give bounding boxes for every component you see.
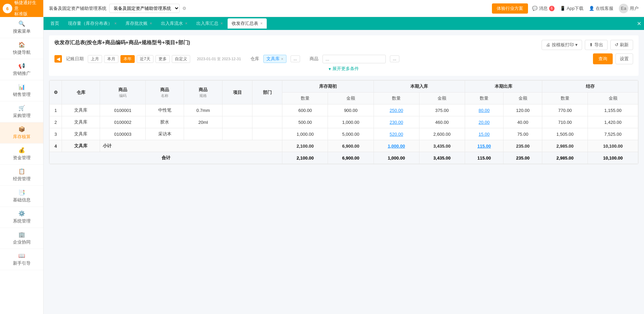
tab-close-collect-summary[interactable]: × [260, 21, 263, 26]
basic-icon: 📑 [18, 189, 25, 196]
date-label: 记账日期 [66, 56, 84, 62]
cell-opening-amt: 900.00 [328, 104, 374, 116]
operation-icon: 📋 [18, 168, 25, 175]
date-btn-this-month[interactable]: 本月 [104, 55, 118, 63]
sidebar-item-system[interactable]: ⚙️ 系统管理 [0, 207, 43, 228]
sidebar-item-inventory[interactable]: 📦 库存核算 [0, 122, 43, 144]
settings-icon[interactable]: ⚙ [182, 6, 186, 11]
tab-close-batch[interactable]: × [150, 21, 152, 26]
sidebar-item-quick[interactable]: 🏠 快捷导航 [0, 38, 43, 59]
cell-balance-qty: 1,505.00 [542, 128, 588, 140]
cell-warehouse: 文具库 [62, 116, 100, 128]
date-btn-last-month[interactable]: 上月 [88, 55, 102, 63]
page-content: 收发存汇总表(按仓库+商品编码+商品+规格型号+项目+部门) 🖨 按模板打印 ▾… [44, 30, 644, 314]
cell-goods-spec: 20ml [184, 116, 222, 128]
goods-input[interactable] [323, 55, 386, 63]
cell-opening-qty: 1,000.00 [282, 128, 328, 140]
print-button[interactable]: 🖨 按模板打印 ▾ [542, 40, 582, 50]
col-opening-amt: 金额 [328, 93, 374, 104]
cell-warehouse: 文具库 [62, 128, 100, 140]
date-options: 上月 本月 本年 近7天 更多 自定义 [88, 55, 190, 63]
cell-balance-amt: 7,525.00 [588, 128, 638, 140]
date-range-display: 2023-01-01 至 2023-12-31 [197, 56, 241, 62]
logo-icon: 6 [3, 4, 12, 13]
date-btn-custom[interactable]: 自定义 [172, 55, 190, 63]
sidebar-item-search[interactable]: 🔍 搜索菜单 [0, 17, 43, 38]
cell-out-qty[interactable]: 15.00 [465, 128, 503, 140]
col-out: 本期出库 [465, 81, 542, 93]
cell-balance-amt: 1,420.00 [588, 116, 638, 128]
tab-inout-summary[interactable]: 出入库汇总 × [192, 18, 227, 29]
page-header: 收发存汇总表(按仓库+商品编码+商品+规格型号+项目+部门) 🖨 按模板打印 ▾… [49, 35, 639, 76]
tab-collect-summary[interactable]: 收发存汇总表 × [228, 18, 267, 29]
warehouse-tag: 文具库 × [263, 55, 286, 63]
warehouse-label: 仓库 [250, 56, 259, 62]
cell-project [222, 128, 252, 140]
cell-department [252, 116, 282, 128]
cell-in-amt: 460.00 [419, 116, 465, 128]
sidebar: 6 畅捷通好生意 标准版 🔍 搜索菜单 🏠 快捷导航 📢 营销推广 📊 销售管理… [0, 0, 44, 314]
cell-in-qty[interactable]: 520.00 [374, 128, 419, 140]
warehouse-tag-close[interactable]: × [281, 57, 283, 61]
col-balance: 结存 [542, 81, 638, 93]
subtotal-row: 4 文具库 小计 2,100.00 6,900.00 1,000.00 3,43… [50, 140, 638, 152]
cell-goods-code: 0100003 [100, 128, 146, 140]
tab-home[interactable]: 首页 [46, 18, 63, 29]
tab-inout-flow[interactable]: 出入库流水 × [157, 18, 192, 29]
cell-department [252, 104, 282, 116]
tab-stock-dist[interactable]: 现存量（库存分布表） × [64, 18, 121, 29]
cell-goods-spec: 0.7mm [184, 104, 222, 116]
sidebar-item-enterprise[interactable]: 🏢 企业协同 [0, 228, 43, 249]
sidebar-item-guide[interactable]: 📖 新手引导 [0, 249, 43, 270]
sales-icon: 📊 [18, 84, 25, 90]
tab-batch[interactable]: 库存批次账 × [121, 18, 156, 29]
tab-close-inout-flow[interactable]: × [185, 21, 187, 26]
refresh-button[interactable]: ↺ 刷新 [610, 40, 633, 50]
cell-in-amt: 375.00 [419, 104, 465, 116]
cell-out-qty[interactable]: 80.00 [465, 104, 503, 116]
system-title: 装备及固定资产辅助管理系统 [49, 5, 106, 12]
sidebar-item-purchase[interactable]: 🛒 采购管理 [0, 101, 43, 122]
expand-conditions-button[interactable]: ▾ 展开更多条件 [329, 66, 359, 72]
sidebar-item-marketing[interactable]: 📢 营销推广 [0, 59, 43, 80]
cell-out-qty[interactable]: 20.00 [465, 116, 503, 128]
sidebar-item-finance[interactable]: 💰 资金管理 [0, 144, 43, 165]
message-action[interactable]: 💬 消息 6 [532, 5, 555, 12]
data-table-container: ⚙ 仓库 商品编码 商品名称 商品规格 项目 部门 库存期初 本期入库 本期出库… [49, 80, 639, 164]
filter-collapse-button[interactable]: ◀ [54, 55, 62, 63]
top-bar-actions: 💬 消息 6 📱 App下载 👤 在线客服 Ea 用户 [532, 4, 639, 13]
cell-out-amt: 40.00 [503, 116, 542, 128]
system-selector[interactable]: 装备及固定资产辅助管理系统 [109, 4, 180, 13]
tab-close-stock-dist[interactable]: × [114, 21, 117, 26]
sidebar-item-basic[interactable]: 📑 基础信息 [0, 186, 43, 207]
col-settings[interactable]: ⚙ [50, 81, 62, 104]
query-button[interactable]: 查询 [593, 53, 613, 64]
goods-more-button[interactable]: ... [390, 55, 399, 62]
cell-goods-code: 0100002 [100, 116, 146, 128]
warehouse-more-button[interactable]: ... [291, 55, 300, 62]
app-download-action[interactable]: 📱 App下载 [560, 5, 583, 12]
tab-close-inout-summary[interactable]: × [220, 21, 223, 26]
experience-button[interactable]: 体验行业方案 [492, 3, 528, 14]
online-service-action[interactable]: 👤 在线客服 [589, 5, 613, 12]
sidebar-item-sales[interactable]: 📊 销售管理 [0, 80, 43, 101]
cell-in-qty[interactable]: 250.00 [374, 104, 419, 116]
sidebar-item-operation[interactable]: 📋 经营管理 [0, 165, 43, 186]
user-action[interactable]: Ea 用户 [619, 4, 639, 13]
system-icon: ⚙️ [18, 210, 25, 217]
service-icon: 👤 [589, 6, 594, 11]
total-out-qty: 115.00 [465, 152, 503, 164]
tab-bar-close-icon[interactable]: ✕ [637, 20, 641, 27]
export-button[interactable]: ⬆ 导出 [585, 40, 608, 50]
cell-in-qty[interactable]: 230.00 [374, 116, 419, 128]
cell-goods-code: 0100001 [100, 104, 146, 116]
filter-settings-button[interactable]: 设置 [615, 53, 633, 64]
date-btn-more[interactable]: 更多 [155, 55, 170, 63]
col-department: 部门 [252, 81, 282, 104]
cell-in-amt: 2,600.00 [419, 128, 465, 140]
date-btn-7days[interactable]: 近7天 [137, 55, 153, 63]
date-btn-this-year[interactable]: 本年 [120, 55, 135, 63]
cell-opening-qty: 600.00 [282, 104, 328, 116]
cell-goods-name: 胶水 [146, 116, 184, 128]
marketing-icon: 📢 [18, 63, 25, 69]
